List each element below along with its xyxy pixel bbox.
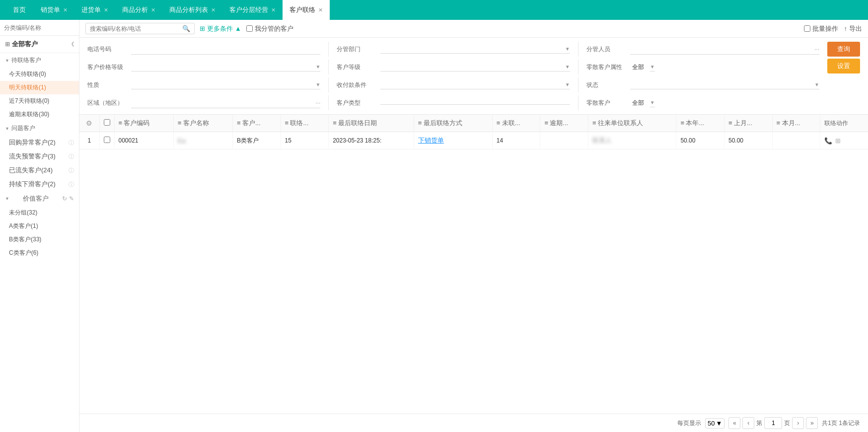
retail-cust-value: 全部: [630, 99, 646, 107]
sidebar-item-type-c[interactable]: C类客户(6): [0, 246, 79, 260]
sidebar-item-churned[interactable]: 已流失客户(24) ⓘ: [0, 163, 79, 177]
close-sales-icon[interactable]: ✕: [63, 7, 68, 13]
query-reset-buttons: 查询 设置: [827, 42, 860, 110]
sidebar-item-tomorrow[interactable]: 明天待联络(1): [0, 81, 79, 94]
sidebar-item-today[interactable]: 今天待联络(0): [0, 68, 79, 81]
payment-select[interactable]: ▼: [380, 80, 570, 89]
sidebar-item-abnormal[interactable]: 回购异常客户(2) ⓘ: [0, 136, 79, 149]
grid-action-icon[interactable]: ⊞: [835, 137, 841, 144]
table-row: 1 000021 Ea B类客户 15 2023-05-23 18:25: 下销…: [79, 132, 868, 149]
price-level-label: 客户价格等级: [87, 63, 127, 72]
retail-attr-select[interactable]: ▼: [650, 63, 655, 72]
select-all-checkbox[interactable]: [104, 119, 110, 126]
retail-attr-label: 零散客户属性: [586, 63, 626, 72]
sidebar-section-pending[interactable]: 待联络客户: [0, 53, 79, 68]
page-size-select[interactable]: 50 ▼: [705, 418, 724, 429]
payment-label: 收付款条件: [337, 81, 376, 89]
my-customers-check[interactable]: [246, 25, 253, 32]
col-unit-contact-header[interactable]: ≡ 往来单位联系人: [588, 115, 676, 132]
col-name-header[interactable]: ≡ 客户名称: [173, 115, 232, 132]
sidebar-item-type-b[interactable]: B类客户(33): [0, 233, 79, 246]
sidebar-section-problem[interactable]: 问题客户: [0, 121, 79, 136]
refresh-icon[interactable]: ↻: [62, 195, 67, 202]
nav-sales[interactable]: 销货单 ✕: [34, 0, 74, 20]
row-checkbox-cell: [99, 132, 114, 149]
first-page-btn[interactable]: «: [728, 417, 740, 429]
top-nav: 首页 销货单 ✕ 进货单 ✕ 商品分析 ✕ 商品分析列表 ✕ 客户分层经营 ✕ …: [0, 0, 868, 20]
row-action: 📞 ⊞: [820, 132, 868, 149]
col-this-month-header[interactable]: ≡ 本月...: [772, 115, 820, 132]
query-button[interactable]: 查询: [827, 42, 860, 57]
export-btn[interactable]: ↑ 导出: [844, 24, 863, 33]
nav-goods-analysis-list[interactable]: 商品分析列表 ✕: [162, 0, 222, 20]
row-this-month: [772, 132, 820, 149]
col-action-header: 联络动作: [820, 115, 868, 132]
sidebar-section-value[interactable]: 价值客户 ↻ ✎: [0, 191, 79, 206]
manager-dots-icon[interactable]: ···: [814, 46, 819, 53]
col-type-header[interactable]: ≡ 客户...: [232, 115, 281, 132]
reset-button[interactable]: 设置: [827, 59, 860, 73]
col-contact-count-header[interactable]: ≡ 联络...: [281, 115, 329, 132]
nature-select[interactable]: ▼: [131, 80, 320, 89]
sidebar-item-type-a[interactable]: A类客户(1): [0, 219, 79, 233]
chevron-down-dept: ▼: [565, 46, 570, 52]
close-purchase-icon[interactable]: ✕: [104, 7, 108, 13]
batch-op-check[interactable]: [804, 25, 810, 32]
phone-action-icon[interactable]: 📞: [824, 137, 832, 144]
sidebar-item-churn-warn[interactable]: 流失预警客户(3) ⓘ: [0, 149, 79, 163]
col-code-header[interactable]: ≡ 客户编码: [114, 115, 173, 132]
sidebar-search-input[interactable]: [4, 24, 78, 31]
col-last-date-header[interactable]: ≡ 最后联络日期: [329, 115, 414, 132]
col-last-month-header[interactable]: ≡ 上月...: [724, 115, 772, 132]
col-overdue-header[interactable]: ≡ 逾期...: [540, 115, 588, 132]
nav-customer-contact[interactable]: 客户联络 ✕: [283, 0, 330, 20]
col-last-method-header[interactable]: ≡ 最后联络方式: [414, 115, 492, 132]
retail-cust-select[interactable]: ▼: [650, 98, 655, 107]
cust-level-select[interactable]: ▼: [380, 63, 570, 72]
region-select[interactable]: ···: [131, 98, 320, 108]
nav-customer-tier[interactable]: 客户分层经营 ✕: [222, 0, 283, 20]
col-not-contacted-header[interactable]: ≡ 未联...: [492, 115, 540, 132]
my-customers-checkbox[interactable]: 我分管的客户: [246, 24, 293, 33]
status-label: 状态: [586, 81, 626, 89]
sidebar-item-declining[interactable]: 持续下滑客户(2) ⓘ: [0, 177, 79, 191]
edit-icon[interactable]: ✎: [69, 195, 74, 202]
filter-row-4: 区域（地区） ··· 客户类型: [87, 95, 819, 110]
sidebar-item-overdue[interactable]: 逾期未联络(30): [0, 108, 79, 121]
row-last-method: 下销货单: [414, 132, 492, 149]
region-label: 区域（地区）: [87, 99, 127, 107]
search-icon[interactable]: 🔍: [182, 25, 190, 32]
close-customer-tier-icon[interactable]: ✕: [271, 7, 276, 13]
nav-home[interactable]: 首页: [5, 0, 34, 20]
manager-select[interactable]: ···: [630, 44, 819, 55]
sidebar-collapse-icon[interactable]: 《: [69, 41, 74, 48]
phone-input[interactable]: [131, 44, 320, 55]
sidebar-item-week[interactable]: 近7天待联络(0): [0, 94, 79, 108]
cust-type-select[interactable]: [380, 101, 570, 105]
next-page-btn[interactable]: ›: [792, 417, 804, 429]
col-this-year-header[interactable]: ≡ 本年...: [676, 115, 724, 132]
manager-label: 分管人员: [586, 45, 626, 54]
close-goods-analysis-icon[interactable]: ✕: [151, 7, 155, 13]
last-method-link[interactable]: 下销货单: [418, 137, 444, 144]
region-dots-icon[interactable]: ···: [315, 99, 320, 106]
search-input[interactable]: [90, 25, 179, 32]
chevron-down-nature: ▼: [315, 82, 320, 87]
sidebar-all-customers[interactable]: ⊞ 全部客户 《: [0, 36, 79, 53]
prev-page-btn[interactable]: ‹: [742, 417, 754, 429]
chevron-down-page-size: ▼: [716, 420, 722, 427]
status-select[interactable]: ▼: [630, 80, 819, 89]
page-number-input[interactable]: [764, 417, 782, 429]
row-checkbox[interactable]: [104, 137, 110, 143]
more-conditions-btn[interactable]: ⊞ 更多条件 ▲: [200, 24, 241, 33]
dept-select[interactable]: ▼: [380, 45, 570, 54]
nav-goods-analysis[interactable]: 商品分析 ✕: [115, 0, 162, 20]
sidebar-item-ungrouped[interactable]: 未分组(32): [0, 206, 79, 219]
close-customer-contact-icon[interactable]: ✕: [318, 7, 323, 13]
nav-purchase[interactable]: 进货单 ✕: [74, 0, 115, 20]
batch-op-btn[interactable]: 批量操作: [804, 24, 838, 33]
price-level-select[interactable]: ▼: [131, 63, 320, 72]
close-goods-list-icon[interactable]: ✕: [211, 7, 216, 13]
settings-icon[interactable]: ⚙: [86, 119, 92, 127]
last-page-btn[interactable]: »: [806, 417, 818, 429]
